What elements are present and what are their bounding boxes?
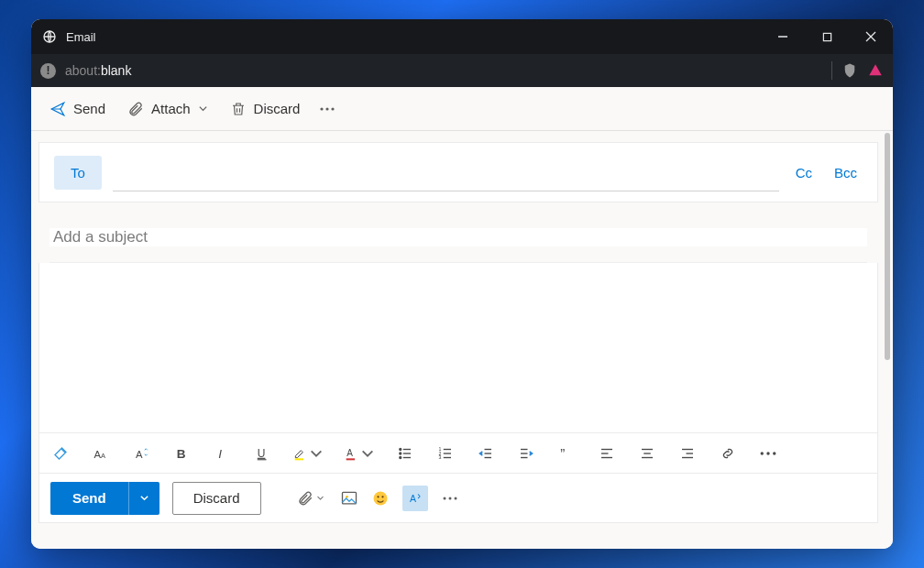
- format-painter-button[interactable]: [50, 443, 71, 464]
- compose-toolbar: Send Attach Discard: [31, 87, 893, 131]
- svg-point-54: [381, 496, 383, 497]
- subject-card: [38, 212, 878, 263]
- bullets-button[interactable]: [395, 443, 415, 464]
- svg-point-8: [332, 107, 335, 110]
- increase-indent-button[interactable]: [516, 443, 536, 464]
- globe-icon: [42, 29, 57, 44]
- send-icon: [50, 101, 66, 117]
- insert-link-button[interactable]: [718, 443, 738, 464]
- svg-point-56: [443, 497, 446, 499]
- bottom-more-button[interactable]: [441, 489, 459, 508]
- svg-point-21: [400, 453, 402, 454]
- svg-point-57: [448, 497, 451, 499]
- svg-text:”: ”: [560, 445, 565, 461]
- to-row: To Cc Bcc: [39, 143, 877, 202]
- minimize-button[interactable]: [761, 19, 805, 54]
- separator: [831, 61, 832, 80]
- compose-content: To Cc Bcc AA A B I U A 123: [31, 131, 893, 549]
- brave-rewards-icon[interactable]: [867, 62, 884, 79]
- attach-toolbar-label: Attach: [151, 101, 191, 116]
- discard-toolbar-label: Discard: [254, 101, 301, 116]
- svg-text:I: I: [218, 447, 222, 461]
- bcc-button[interactable]: Bcc: [829, 161, 863, 184]
- ellipsis-icon: [320, 107, 335, 111]
- trash-icon: [230, 101, 247, 117]
- ellipsis-icon: [760, 445, 776, 462]
- svg-text:A: A: [136, 448, 143, 459]
- send-toolbar-label: Send: [73, 101, 105, 116]
- message-body-input[interactable]: [39, 263, 877, 432]
- svg-point-49: [773, 452, 776, 454]
- align-right-button[interactable]: [677, 443, 698, 464]
- paperclip-icon: [127, 101, 144, 117]
- formatting-more-button[interactable]: [758, 443, 778, 464]
- decrease-indent-button[interactable]: [476, 443, 496, 464]
- chevron-down-icon: [316, 494, 324, 502]
- show-formatting-button[interactable]: A: [402, 486, 428, 511]
- address-bar: ! about:blank: [31, 54, 893, 87]
- svg-text:3: 3: [439, 454, 442, 460]
- window-controls: [761, 19, 893, 54]
- insert-picture-button[interactable]: [340, 489, 358, 508]
- svg-text:A: A: [410, 492, 416, 503]
- bottom-action-bar: Send Discard A: [38, 474, 878, 523]
- picture-icon: [340, 489, 358, 508]
- app-window: Email ! about:blank Send Attach Discard: [31, 19, 893, 549]
- recipients-card: To Cc Bcc: [38, 142, 878, 202]
- scrollbar[interactable]: [885, 133, 890, 360]
- svg-rect-2: [823, 33, 830, 40]
- font-color-button[interactable]: A: [344, 443, 375, 464]
- svg-text:U: U: [258, 446, 266, 459]
- svg-point-19: [400, 448, 402, 450]
- chevron-down-icon: [360, 445, 375, 462]
- formatting-toolbar: AA A B I U A 123 ”: [38, 433, 878, 474]
- align-left-button[interactable]: [597, 443, 617, 464]
- svg-text:A: A: [346, 448, 353, 458]
- svg-rect-18: [346, 458, 355, 460]
- close-window-button[interactable]: [849, 19, 893, 54]
- italic-button[interactable]: I: [212, 443, 232, 464]
- url-display[interactable]: about:blank: [65, 63, 822, 78]
- discard-toolbar-button[interactable]: Discard: [221, 95, 310, 123]
- send-button[interactable]: Send: [50, 482, 128, 515]
- svg-point-47: [761, 452, 764, 454]
- maximize-button[interactable]: [805, 19, 849, 54]
- svg-text:B: B: [177, 447, 186, 461]
- brave-shields-icon[interactable]: [842, 62, 858, 79]
- insert-emoji-button[interactable]: [371, 489, 390, 508]
- paperclip-icon: [297, 490, 314, 507]
- quote-button[interactable]: ”: [556, 443, 577, 464]
- bold-button[interactable]: B: [171, 443, 192, 464]
- underline-button[interactable]: U: [252, 443, 272, 464]
- highlight-button[interactable]: [292, 443, 324, 464]
- ellipsis-icon: [443, 497, 457, 500]
- svg-point-48: [766, 452, 769, 454]
- send-toolbar-button[interactable]: Send: [40, 95, 115, 123]
- toolbar-more-button[interactable]: [313, 94, 342, 124]
- align-center-button[interactable]: [637, 443, 657, 464]
- to-button[interactable]: To: [54, 156, 102, 190]
- svg-point-53: [377, 496, 379, 497]
- font-size-button[interactable]: A: [131, 443, 151, 464]
- svg-text:A: A: [101, 451, 105, 459]
- svg-point-52: [373, 491, 387, 505]
- font-button[interactable]: AA: [91, 443, 111, 464]
- svg-point-6: [321, 107, 324, 110]
- chevron-down-icon: [139, 493, 149, 503]
- formatting-options-icon: A: [407, 490, 424, 507]
- svg-rect-16: [295, 458, 303, 460]
- subject-input[interactable]: [50, 228, 867, 246]
- numbering-button[interactable]: 123: [435, 443, 456, 464]
- site-info-icon[interactable]: !: [40, 63, 56, 79]
- emoji-icon: [371, 489, 390, 508]
- attach-bottom-button[interactable]: [294, 489, 327, 508]
- to-input[interactable]: [113, 153, 779, 191]
- svg-point-23: [400, 456, 402, 458]
- cc-button[interactable]: Cc: [790, 161, 818, 184]
- attach-toolbar-button[interactable]: Attach: [118, 95, 217, 123]
- svg-point-7: [326, 107, 329, 110]
- discard-button[interactable]: Discard: [172, 482, 261, 515]
- message-body-area: [38, 263, 878, 433]
- svg-point-58: [454, 497, 456, 499]
- send-options-button[interactable]: [128, 482, 160, 515]
